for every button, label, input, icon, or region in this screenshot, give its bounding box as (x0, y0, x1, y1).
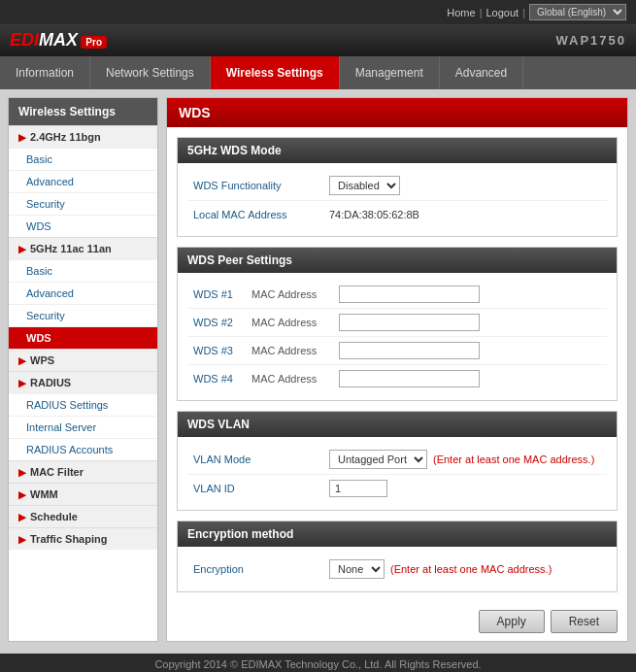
button-row: Apply Reset (167, 602, 627, 641)
wds4-mac-input[interactable] (339, 370, 480, 387)
encryption-select[interactable]: None WEP WPA (329, 559, 385, 579)
sidebar: Wireless Settings ▶ 2.4GHz 11bgn Basic A… (8, 97, 158, 642)
sidebar-item-radius-accounts[interactable]: RADIUS Accounts (9, 438, 157, 460)
vlan-mode-select[interactable]: Untagged Port Tagged Port (329, 450, 427, 469)
section-encryption: Encryption method Encryption None WEP WP… (177, 521, 618, 592)
language-select[interactable]: Global (English) (529, 4, 626, 20)
section-wds-vlan-header: WDS VLAN (178, 412, 617, 437)
section-wds-mode-body: WDS Functionality Disabled Enabled Local… (178, 163, 617, 236)
footer-text: Copyright 2014 © EDIMAX Technology Co., … (154, 658, 481, 670)
sidebar-group-schedule[interactable]: ▶ Schedule (9, 505, 157, 527)
section-encryption-header: Encryption method (178, 521, 617, 547)
sidebar-item-wds-2g[interactable]: WDS (9, 215, 157, 237)
top-bar: Home | Logout | Global (English) (0, 0, 636, 24)
nav-management[interactable]: Management (340, 56, 440, 89)
section-wds-peers-header: WDS Peer Settings (178, 248, 617, 273)
logo-pro: Pro (81, 36, 107, 49)
section-wds-peers: WDS Peer Settings WDS #1 MAC Address WDS… (177, 247, 618, 401)
content-area: Wireless Settings ▶ 2.4GHz 11bgn Basic A… (0, 89, 636, 650)
sidebar-group-wps-label: WPS (30, 354, 54, 366)
local-mac-value: 74:DA:38:05:62:8B (329, 209, 419, 220)
reset-button[interactable]: Reset (551, 610, 618, 633)
chevron-icon-5g: ▶ (18, 244, 26, 254)
sidebar-item-advanced-5g[interactable]: Advanced (9, 282, 157, 304)
section-encryption-body: Encryption None WEP WPA (Enter at least … (178, 547, 617, 591)
vlan-mode-hint: (Enter at least one MAC address.) (433, 454, 594, 465)
sidebar-title: Wireless Settings (9, 98, 157, 125)
wds3-row: WDS #3 MAC Address (187, 337, 607, 365)
sidebar-item-internal-server[interactable]: Internal Server (9, 416, 157, 438)
sidebar-group-schedule-label: Schedule (30, 511, 78, 522)
chevron-icon-wps: ▶ (18, 355, 26, 366)
wds2-mac-input[interactable] (339, 314, 480, 331)
sidebar-item-security-2g[interactable]: Security (9, 192, 157, 215)
nav-network-settings[interactable]: Network Settings (90, 56, 211, 89)
wds1-mac-input[interactable] (339, 286, 480, 303)
sidebar-group-wps[interactable]: ▶ WPS (9, 349, 157, 371)
sidebar-group-5ghz-label: 5GHz 11ac 11an (30, 243, 112, 254)
wds4-label: WDS #4 (193, 373, 251, 385)
apply-button[interactable]: Apply (479, 610, 545, 633)
encryption-hint: (Enter at least one MAC address.) (390, 563, 552, 575)
sidebar-item-basic-2g[interactable]: Basic (9, 148, 157, 170)
sidebar-group-traffic-shaping[interactable]: ▶ Traffic Shaping (9, 527, 157, 550)
main-nav: Information Network Settings Wireless Se… (0, 56, 636, 89)
vlan-id-label: VLAN ID (193, 483, 329, 494)
sidebar-group-mac-filter[interactable]: ▶ MAC Filter (9, 460, 157, 483)
wds4-row: WDS #4 MAC Address (187, 365, 607, 392)
nav-advanced[interactable]: Advanced (440, 56, 523, 89)
sidebar-item-security-5g[interactable]: Security (9, 304, 157, 326)
row-encryption: Encryption None WEP WPA (Enter at least … (187, 554, 607, 584)
vlan-id-input[interactable] (329, 480, 387, 497)
wds3-mac-input[interactable] (339, 342, 480, 359)
sep2: | (522, 7, 525, 18)
section-wds-vlan-body: VLAN Mode Untagged Port Tagged Port (Ent… (178, 437, 617, 510)
section-wds-vlan: WDS VLAN VLAN Mode Untagged Port Tagged … (177, 411, 618, 511)
chevron-icon-radius: ▶ (18, 378, 26, 388)
wds3-label: WDS #3 (193, 345, 251, 356)
row-vlan-id: VLAN ID (187, 475, 607, 502)
wds-functionality-select[interactable]: Disabled Enabled (329, 176, 400, 195)
sidebar-group-traffic-label: Traffic Shaping (30, 533, 107, 545)
wds4-mac-text: MAC Address (251, 373, 339, 385)
wds1-label: WDS #1 (193, 288, 251, 300)
wds1-row: WDS #1 MAC Address (187, 281, 607, 309)
sidebar-item-wds-5g[interactable]: WDS (9, 326, 157, 349)
section-wds-peers-body: WDS #1 MAC Address WDS #2 MAC Address WD… (178, 273, 617, 400)
sidebar-group-radius-label: RADIUS (30, 377, 71, 388)
sidebar-group-wmm[interactable]: ▶ WMM (9, 483, 157, 505)
main-panel: WDS 5GHz WDS Mode WDS Functionality Disa… (166, 97, 628, 642)
footer: Copyright 2014 © EDIMAX Technology Co., … (0, 654, 636, 672)
wds3-mac-text: MAC Address (251, 345, 339, 356)
chevron-icon-wmm: ▶ (18, 489, 26, 500)
wds-functionality-label: WDS Functionality (193, 180, 329, 191)
device-name: WAP1750 (555, 33, 626, 48)
sidebar-group-wmm-label: WMM (30, 488, 58, 500)
local-mac-label: Local MAC Address (193, 209, 329, 220)
logout-link[interactable]: Logout (485, 7, 519, 18)
home-link[interactable]: Home (447, 7, 475, 18)
sidebar-group-5ghz[interactable]: ▶ 5GHz 11ac 11an (9, 237, 157, 259)
vlan-mode-label: VLAN Mode (193, 454, 329, 465)
chevron-icon-schedule: ▶ (18, 512, 26, 522)
row-vlan-mode: VLAN Mode Untagged Port Tagged Port (Ent… (187, 445, 607, 475)
logo: EDIMAX Pro (10, 30, 107, 50)
sidebar-group-2ghz[interactable]: ▶ 2.4GHz 11bgn (9, 125, 157, 148)
chevron-icon: ▶ (18, 132, 26, 143)
row-wds-functionality: WDS Functionality Disabled Enabled (187, 171, 607, 201)
section-wds-mode: 5GHz WDS Mode WDS Functionality Disabled… (177, 137, 618, 237)
nav-wireless-settings[interactable]: Wireless Settings (211, 56, 340, 89)
sidebar-group-2ghz-label: 2.4GHz 11bgn (30, 131, 101, 143)
sidebar-item-basic-5g[interactable]: Basic (9, 259, 157, 282)
header: EDIMAX Pro WAP1750 (0, 24, 636, 56)
section-wds-mode-header: 5GHz WDS Mode (178, 138, 617, 163)
sidebar-group-radius[interactable]: ▶ RADIUS (9, 371, 157, 393)
row-local-mac: Local MAC Address 74:DA:38:05:62:8B (187, 201, 607, 228)
sidebar-item-advanced-2g[interactable]: Advanced (9, 170, 157, 192)
sidebar-group-mac-label: MAC Filter (30, 466, 84, 478)
nav-information[interactable]: Information (0, 56, 90, 89)
sidebar-item-radius-settings[interactable]: RADIUS Settings (9, 393, 157, 416)
wds2-label: WDS #2 (193, 317, 251, 328)
chevron-icon-mac: ▶ (18, 467, 26, 478)
chevron-icon-traffic: ▶ (18, 534, 26, 545)
